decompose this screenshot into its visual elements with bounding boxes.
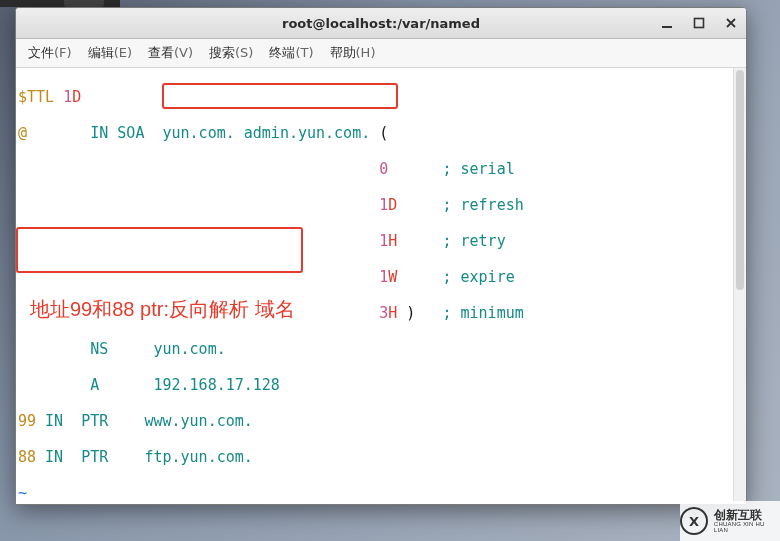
menu-edit[interactable]: 编辑(E) [80,41,140,65]
menu-search-mnemonic: (S) [235,45,253,60]
menu-help[interactable]: 帮助(H) [322,41,384,65]
menu-terminal[interactable]: 终端(T) [261,41,321,65]
menu-help-mnemonic: (H) [356,45,376,60]
watermark-logo-icon: X [680,507,708,535]
menu-view-label: 查看 [148,45,174,60]
line-expire: 1W ; expire [18,268,732,286]
menu-terminal-label: 终端 [269,45,295,60]
terminal-window: root@localhost:/var/named 文件(F) 编辑(E) 查看… [15,7,747,505]
line-refresh: 1D ; refresh [18,196,732,214]
vim-empty-line: ~ [18,484,732,502]
line-retry: 1H ; retry [18,232,732,250]
top-panel-icon-fragment [64,0,104,7]
scrollbar[interactable] [733,68,746,504]
menubar: 文件(F) 编辑(E) 查看(V) 搜索(S) 终端(T) 帮助(H) [16,39,746,68]
terminal-area[interactable]: $TTL 1D @ IN SOA yun.com. admin.yun.com.… [16,68,746,504]
menu-edit-label: 编辑 [88,45,114,60]
menu-file-mnemonic: (F) [54,45,72,60]
annotation-text: 地址99和88 ptr:反向解析 域名 [30,300,295,318]
watermark-text: 创新互联 CHUANG XIN HU LIAN [714,509,780,533]
watermark-line1: 创新互联 [714,509,780,521]
menu-file[interactable]: 文件(F) [20,41,80,65]
menu-terminal-mnemonic: (T) [295,45,313,60]
line-ptr-2: 88 IN PTR ftp.yun.com. [18,448,732,466]
line-a: A 192.168.17.128 [18,376,732,394]
line-ttl: $TTL 1D [18,88,732,106]
watermark: X 创新互联 CHUANG XIN HU LIAN [680,501,780,541]
line-soa: @ IN SOA yun.com. admin.yun.com. ( [18,124,732,142]
titlebar[interactable]: root@localhost:/var/named [16,8,746,39]
window-title: root@localhost:/var/named [16,16,746,31]
watermark-line2: CHUANG XIN HU LIAN [714,521,780,533]
menu-edit-mnemonic: (E) [114,45,132,60]
menu-help-label: 帮助 [330,45,356,60]
menu-search[interactable]: 搜索(S) [201,41,261,65]
line-serial: 0 ; serial [18,160,732,178]
menu-search-label: 搜索 [209,45,235,60]
scrollbar-thumb[interactable] [736,70,744,290]
line-ptr-1: 99 IN PTR www.yun.com. [18,412,732,430]
terminal-content: $TTL 1D @ IN SOA yun.com. admin.yun.com.… [18,70,732,502]
line-ns: NS yun.com. [18,340,732,358]
menu-file-label: 文件 [28,45,54,60]
menu-view[interactable]: 查看(V) [140,41,201,65]
menu-view-mnemonic: (V) [174,45,193,60]
